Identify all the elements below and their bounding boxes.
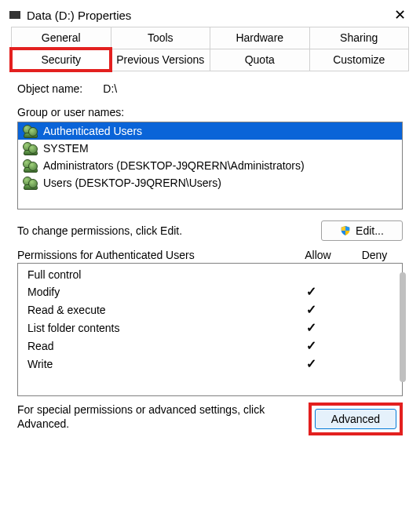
allow-check: ✓ (283, 338, 339, 353)
window-title: Data (D:) Properties (27, 9, 389, 22)
scrollbar[interactable] (400, 272, 406, 382)
advanced-button-label: Advanced (331, 413, 380, 425)
tab-security[interactable]: Security (11, 49, 111, 71)
permission-name: Write (24, 358, 283, 370)
advanced-button[interactable]: Advanced (315, 409, 396, 429)
permission-row: List folder contents ✓ (24, 319, 396, 337)
permission-name: Read (24, 340, 283, 352)
permissions-header: Permissions for Authenticated Users Allo… (17, 249, 403, 261)
permissions-listbox[interactable]: Full control Modify ✓ Read & execute ✓ L… (17, 263, 403, 396)
close-icon[interactable]: ✕ (389, 6, 411, 24)
tab-quota[interactable]: Quota (210, 49, 309, 71)
allow-check: ✓ (283, 320, 339, 335)
permission-name: Read & execute (24, 304, 283, 316)
user-name: Users (DESKTOP-J9QRERN\Users) (43, 177, 221, 189)
tab-customize[interactable]: Customize (309, 49, 410, 71)
tab-previous-versions[interactable]: Previous Versions (111, 49, 210, 71)
permission-row: Read & execute ✓ (24, 301, 396, 319)
edit-button[interactable]: Edit... (321, 220, 403, 241)
users-group-icon (23, 177, 38, 189)
permission-name: Full control (24, 268, 283, 281)
users-group-icon (23, 125, 38, 137)
permission-row: Full control (24, 267, 396, 282)
properties-window: Data (D:) Properties ✕ General Tools Har… (0, 0, 420, 510)
tab-general[interactable]: General (11, 27, 111, 49)
deny-column-header: Deny (346, 249, 403, 261)
group-users-label: Group or user names: (17, 106, 403, 118)
permission-row: Read ✓ (24, 337, 396, 355)
object-name-row: Object name: D:\ (17, 82, 403, 95)
edit-button-label: Edit... (356, 224, 384, 237)
permission-name: Modify (24, 286, 283, 298)
user-name: Authenticated Users (43, 125, 142, 137)
permission-row: Modify ✓ (24, 282, 396, 301)
permission-name: List folder contents (24, 322, 283, 334)
tab-hardware[interactable]: Hardware (210, 27, 309, 49)
permissions-for-label: Permissions for Authenticated Users (17, 249, 290, 261)
allow-check: ✓ (283, 356, 339, 371)
list-item[interactable]: Authenticated Users (18, 122, 402, 140)
security-panel: Object name: D:\ Group or user names: Au… (0, 71, 420, 510)
tab-tools[interactable]: Tools (111, 27, 210, 49)
user-name: SYSTEM (43, 142, 89, 155)
object-name-label: Object name: (17, 82, 82, 95)
titlebar: Data (D:) Properties ✕ (0, 0, 420, 27)
advanced-row: For special permissions or advanced sett… (17, 403, 403, 435)
allow-check: ✓ (283, 302, 339, 317)
list-item[interactable]: SYSTEM (18, 140, 402, 157)
permission-row: Write ✓ (24, 355, 396, 373)
system-menu-icon (9, 11, 20, 19)
users-group-icon (23, 142, 38, 155)
uac-shield-icon (340, 225, 351, 236)
edit-hint: To change permissions, click Edit. (17, 224, 321, 237)
users-group-icon (23, 159, 38, 172)
edit-row: To change permissions, click Edit. Edit.… (17, 220, 403, 241)
allow-column-header: Allow (290, 249, 346, 261)
list-item[interactable]: Users (DESKTOP-J9QRERN\Users) (18, 174, 402, 191)
users-listbox[interactable]: Authenticated Users SYSTEM Administrator… (17, 122, 403, 209)
list-item[interactable]: Administrators (DESKTOP-J9QRERN\Administ… (18, 157, 402, 174)
allow-check: ✓ (283, 284, 339, 299)
object-name-value: D:\ (103, 82, 117, 95)
advanced-highlight: Advanced (309, 403, 403, 435)
advanced-hint: For special permissions or advanced sett… (17, 403, 309, 431)
tabs: General Tools Hardware Sharing Security … (0, 27, 420, 71)
tab-sharing[interactable]: Sharing (309, 27, 410, 49)
user-name: Administrators (DESKTOP-J9QRERN\Administ… (43, 159, 305, 172)
